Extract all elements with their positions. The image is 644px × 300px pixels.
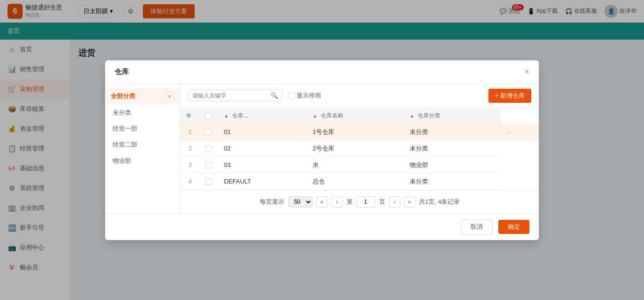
category-item-unclassified[interactable]: 未分类: [105, 105, 180, 121]
modal-overlay: 仓库 × 全部分类 « 未分类 经营一部 经营二部: [0, 0, 644, 300]
row-code: 02: [218, 140, 307, 157]
category-label-ops1: 经营一部: [113, 125, 137, 132]
warehouse-table-area: ⚙ ▲ 仓库... ▲: [181, 108, 539, 190]
row-name: 1号仓库: [307, 124, 404, 140]
page-first-button[interactable]: «: [316, 196, 328, 208]
warehouse-dialog: 仓库 × 全部分类 « 未分类 经营一部 经营二部: [105, 60, 539, 240]
col-code: ▲ 仓库...: [218, 108, 307, 124]
collapse-button[interactable]: «: [165, 92, 174, 101]
row-category: 未分类: [404, 140, 501, 157]
total-records-label: 共1页, 4条记录: [419, 198, 460, 206]
row-num: 3: [181, 157, 199, 173]
page-last-button[interactable]: »: [404, 196, 415, 208]
category-label-ops2: 经营二部: [113, 141, 137, 148]
row-name: 水: [307, 157, 404, 173]
row-code: 01: [218, 124, 307, 140]
sort-cat-icon: ▲: [410, 113, 414, 118]
search-input[interactable]: [192, 92, 271, 99]
prev-page-icon: ‹: [336, 199, 338, 205]
all-categories-label: 全部分类: [111, 92, 135, 100]
category-label-property: 物业部: [113, 157, 131, 164]
per-page-select[interactable]: 50: [288, 196, 313, 208]
page-input[interactable]: [356, 196, 375, 208]
col-settings: ⚙: [181, 108, 199, 124]
page-next-button[interactable]: ›: [389, 196, 400, 208]
row-name: 2号仓库: [307, 140, 404, 157]
dialog-close-button[interactable]: ×: [524, 67, 529, 77]
all-categories-item[interactable]: 全部分类 «: [105, 88, 180, 105]
col-category: ▲ 仓库分类: [404, 108, 501, 124]
dialog-body: 全部分类 « 未分类 经营一部 经营二部 物业部: [105, 84, 539, 213]
category-sidebar: 全部分类 « 未分类 经营一部 经营二部 物业部: [105, 84, 181, 213]
sort-icon: ▲: [224, 113, 229, 118]
table-row[interactable]: 1 01 1号仓库 未分类···: [181, 124, 539, 140]
pagination-bar: 每页显示 50 « ‹ 第 页 ›: [181, 190, 539, 213]
category-label-unclassified: 未分类: [113, 109, 131, 116]
row-code: 03: [218, 157, 307, 173]
table-row[interactable]: 4 DEFAULT 总仓 未分类: [181, 173, 539, 190]
show-disabled-text: 显示停用: [297, 92, 321, 100]
row-num: 1: [181, 124, 199, 140]
col-checkbox: [199, 108, 218, 124]
page-suffix: 页: [379, 198, 385, 206]
row-num: 4: [181, 173, 199, 190]
cancel-button[interactable]: 取消: [461, 219, 493, 234]
collapse-icon: «: [168, 93, 172, 100]
category-item-ops1[interactable]: 经营一部: [105, 121, 180, 137]
row-category: 物业部: [404, 157, 501, 173]
row-checkbox[interactable]: [199, 173, 218, 190]
col-name: ▲ 仓库名称: [307, 108, 404, 124]
search-box: 🔍: [188, 90, 282, 101]
first-page-icon: «: [320, 199, 323, 205]
dialog-main-content: 🔍 显示停用 + 新增仓库 ⚙: [181, 84, 539, 213]
warehouse-table: ⚙ ▲ 仓库... ▲: [181, 108, 539, 190]
row-checkbox[interactable]: [199, 140, 218, 157]
last-page-icon: »: [408, 199, 411, 205]
row-checkbox[interactable]: [199, 124, 218, 140]
category-item-property[interactable]: 物业部: [105, 153, 180, 169]
select-all-checkbox[interactable]: [205, 112, 212, 119]
table-row[interactable]: 2 02 2号仓库 未分类: [181, 140, 539, 157]
dialog-header: 仓库 ×: [105, 60, 539, 84]
row-category: 未分类: [404, 124, 501, 140]
next-page-icon: ›: [394, 199, 396, 205]
dialog-toolbar: 🔍 显示停用 + 新增仓库: [181, 84, 539, 108]
show-disabled-label[interactable]: 显示停用: [288, 92, 321, 100]
search-icon: 🔍: [271, 92, 278, 99]
row-checkbox[interactable]: [199, 157, 218, 173]
dialog-title: 仓库: [115, 67, 129, 76]
row-action[interactable]: ···: [501, 124, 539, 140]
show-disabled-checkbox[interactable]: [288, 92, 295, 99]
row-code: DEFAULT: [218, 173, 307, 190]
add-warehouse-button[interactable]: + 新增仓库: [488, 89, 531, 103]
per-page-label: 每页显示: [260, 198, 284, 206]
settings-col-icon: ⚙: [186, 112, 191, 119]
dialog-footer: 取消 确定: [105, 213, 539, 240]
table-row[interactable]: 3 03 水 物业部: [181, 157, 539, 173]
page-label: 第: [347, 198, 353, 206]
row-name: 总仓: [307, 173, 404, 190]
row-num: 2: [181, 140, 199, 157]
confirm-button[interactable]: 确定: [498, 220, 529, 234]
sort-name-icon: ▲: [313, 113, 317, 118]
page-prev-button[interactable]: ‹: [331, 196, 343, 208]
category-item-ops2[interactable]: 经营二部: [105, 137, 180, 153]
row-category: 未分类: [404, 173, 501, 190]
